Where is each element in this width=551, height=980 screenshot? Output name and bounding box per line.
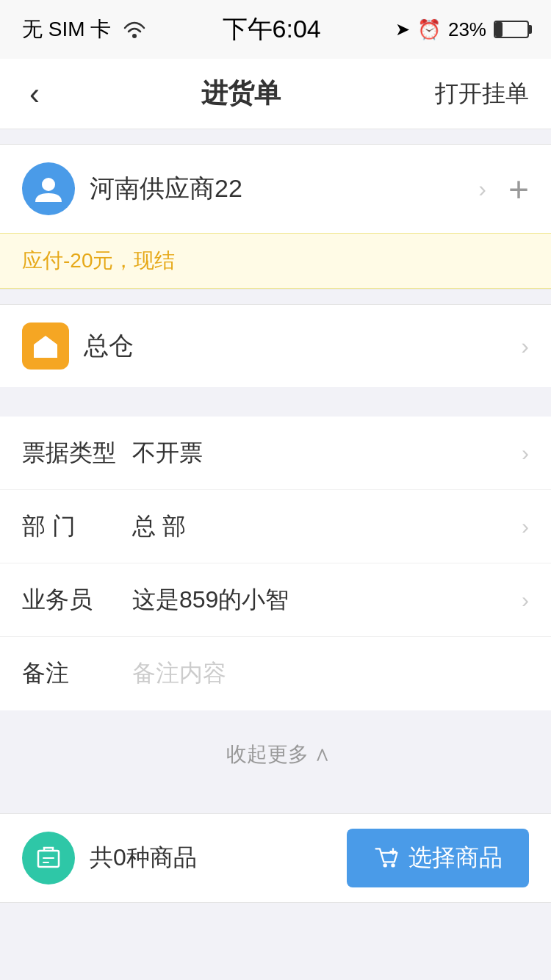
- battery-icon: [494, 21, 529, 38]
- product-bar: 共0种商品 选择商品: [0, 813, 551, 903]
- warehouse-chevron-icon: ›: [521, 333, 529, 360]
- department-chevron-icon: ›: [522, 514, 529, 539]
- remarks-value: 备注内容: [125, 657, 529, 690]
- select-product-label: 选择商品: [408, 842, 503, 874]
- warehouse-name: 总仓: [84, 329, 521, 363]
- warehouse-section[interactable]: 总仓 ›: [0, 304, 551, 387]
- add-supplier-button[interactable]: +: [508, 169, 529, 209]
- status-left: 无 SIM 卡: [22, 15, 148, 43]
- collapse-label: 收起更多 ∧: [226, 741, 331, 768]
- warehouse-icon: [31, 331, 60, 361]
- status-right: ➤ ⏰ 23%: [395, 18, 529, 41]
- section-gap-4: [0, 784, 551, 799]
- page-background: [0, 903, 551, 980]
- supplier-section: 河南供应商22 › + 应付-20元，现结: [0, 144, 551, 289]
- department-value: 总 部: [125, 511, 522, 543]
- battery-percent: 23%: [448, 18, 486, 41]
- section-gap-2: [0, 289, 551, 304]
- salesperson-label: 业务员: [22, 584, 125, 616]
- select-product-button[interactable]: 选择商品: [347, 829, 529, 887]
- ticket-type-value: 不开票: [125, 437, 522, 469]
- product-icon-wrap: [22, 832, 75, 884]
- supplier-name: 河南供应商22: [90, 172, 478, 206]
- page-title: 进货单: [201, 76, 281, 112]
- salesperson-row[interactable]: 业务员 这是859的小智 ›: [0, 563, 551, 637]
- notice-bar: 应付-20元，现结: [0, 233, 551, 289]
- form-section: 票据类型 不开票 › 部 门 总 部 › 业务员 这是859的小智 › 备注 备…: [0, 417, 551, 710]
- back-button[interactable]: ‹: [22, 69, 47, 119]
- product-icon: [34, 843, 63, 873]
- product-count-label: 共0种商品: [90, 842, 347, 874]
- status-bar: 无 SIM 卡 下午6:04 ➤ ⏰ 23%: [0, 0, 551, 59]
- collapse-bar[interactable]: 收起更多 ∧: [0, 725, 551, 784]
- svg-point-4: [383, 863, 387, 867]
- supplier-avatar: [22, 162, 75, 215]
- person-icon: [32, 173, 65, 205]
- department-label: 部 门: [22, 511, 125, 543]
- wifi-icon: [121, 19, 148, 40]
- svg-point-5: [391, 863, 395, 867]
- svg-point-1: [42, 178, 55, 191]
- warehouse-icon-wrap: [22, 323, 69, 370]
- cart-icon: [373, 845, 400, 871]
- nav-bar: ‹ 进货单 打开挂单: [0, 59, 551, 129]
- section-gap-1: [0, 129, 551, 144]
- open-pending-button[interactable]: 打开挂单: [435, 78, 529, 110]
- ticket-type-label: 票据类型: [22, 437, 125, 469]
- ticket-type-chevron-icon: ›: [522, 441, 529, 466]
- department-row[interactable]: 部 门 总 部 ›: [0, 490, 551, 563]
- supplier-chevron-icon: ›: [478, 176, 486, 203]
- svg-point-0: [132, 34, 137, 38]
- alarm-icon: ⏰: [417, 18, 441, 41]
- remarks-label: 备注: [22, 657, 125, 690]
- salesperson-chevron-icon: ›: [522, 588, 529, 613]
- supplier-row[interactable]: 河南供应商22 › +: [0, 145, 551, 233]
- remarks-row[interactable]: 备注 备注内容: [0, 637, 551, 710]
- location-icon: ➤: [395, 19, 410, 40]
- status-time: 下午6:04: [223, 12, 321, 46]
- notice-text: 应付-20元，现结: [22, 249, 175, 272]
- ticket-type-row[interactable]: 票据类型 不开票 ›: [0, 417, 551, 490]
- section-gap-3: [0, 387, 551, 402]
- carrier-text: 无 SIM 卡: [22, 15, 111, 43]
- svg-rect-2: [41, 349, 50, 358]
- salesperson-value: 这是859的小智: [125, 584, 522, 616]
